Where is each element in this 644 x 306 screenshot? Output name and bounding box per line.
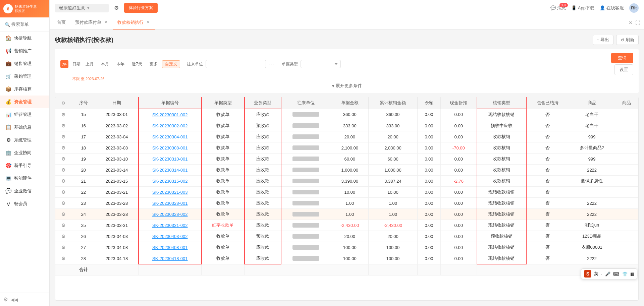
row-gear-icon[interactable]: ⚙ (61, 145, 66, 150)
row-gear-icon[interactable]: ⚙ (61, 200, 66, 206)
expand-more-row[interactable]: ▾ 展开更多条件 (60, 81, 633, 89)
cell-cancel_type: 预收中应收 (477, 120, 526, 131)
more-options-icon[interactable]: ··· (269, 61, 275, 67)
cell-doc_type: 收款单 (202, 198, 245, 209)
sidebar-item-资金管理[interactable]: 💰资金管理 (0, 96, 49, 108)
collapse-icon[interactable]: ◀◀ (11, 297, 18, 302)
gear-icon[interactable]: ⚙ (61, 101, 65, 106)
doc-no-link[interactable]: SK-20230310-001 (152, 157, 188, 162)
sidebar-item-畅会员[interactable]: V畅会员 (0, 197, 49, 210)
row-gear-icon[interactable]: ⚙ (61, 211, 66, 217)
cell-doc_no: SK-20230301-002 (139, 109, 202, 120)
footer-cell-date (95, 264, 138, 275)
date-btn-more[interactable]: 更多 (147, 60, 161, 68)
sidebar-search[interactable]: 🔍 搜索菜单 (0, 17, 49, 32)
doc-no-link[interactable]: SK-20230301-002 (152, 112, 188, 117)
doc-no-link[interactable]: SK-20230321-003 (152, 190, 188, 195)
doc-no-link[interactable]: SK-20230418-001 (152, 256, 188, 261)
date-btn-this-month[interactable]: 本月 (98, 60, 112, 68)
cell-date: 2023-04-03 (95, 231, 138, 242)
date-btn-7days[interactable]: 近7天 (129, 60, 145, 68)
ime-apps-icon[interactable]: ▦ (630, 271, 634, 277)
cell-cancel_type: 现结收款核销 (477, 209, 526, 220)
topbar-breadcrumb[interactable]: 畅康道好生意 ▾ (55, 4, 109, 12)
sidebar-item-经营管理[interactable]: 📊经营管理 (0, 108, 49, 121)
tab-close-all-icon[interactable]: ✕ (629, 20, 633, 25)
sidebar-item-基础信息[interactable]: 📋基础信息 (0, 121, 49, 134)
sidebar-item-企业协同[interactable]: 🏢企业协同 (0, 146, 49, 159)
doc-no-link[interactable]: SK-20230304-001 (152, 134, 188, 139)
row-gear-icon[interactable]: ⚙ (61, 223, 66, 228)
tab-close-icon[interactable]: ✕ (146, 20, 150, 25)
doc-no-link[interactable]: SK-20230331-002 (152, 223, 188, 228)
sidebar-item-采购管理[interactable]: 🛒采购管理 (0, 70, 49, 83)
doc-no-link[interactable]: SK-20230308-001 (152, 145, 188, 150)
sidebar-item-销售管理[interactable]: 💼销售管理 (0, 57, 49, 70)
row-gear-icon[interactable]: ⚙ (61, 156, 66, 162)
query-button[interactable]: 查询 (611, 53, 633, 63)
filter-expand-button[interactable]: ≫ (60, 60, 68, 68)
cell-include_settled: 否 (526, 131, 569, 142)
table-row: ⚙172023-03-04SK-20230304-001收款单应收款██████… (55, 131, 638, 142)
cell-cash_discount: 0.00 (440, 209, 477, 220)
row-gear-icon[interactable]: ⚙ (61, 134, 66, 139)
counterpart-input[interactable] (206, 60, 266, 68)
sidebar-item-新手引导[interactable]: 🎯新手引导 (0, 159, 49, 172)
ime-dot-icon: · (601, 271, 602, 277)
settings-icon[interactable]: ⚙ (3, 296, 8, 303)
topbar-gear-icon[interactable]: ⚙ (113, 3, 120, 12)
export-button[interactable]: ↑ 导出 (593, 35, 614, 45)
sidebar-item-库存核算[interactable]: 📦库存核算 (0, 83, 49, 96)
date-btn-custom[interactable]: 自定义 (162, 60, 180, 68)
table-foot: 合计 (55, 264, 638, 275)
tab-0[interactable]: 首页 (52, 16, 70, 29)
row-gear-icon[interactable]: ⚙ (61, 123, 66, 128)
ime-mic-icon[interactable]: 🎤 (605, 271, 610, 277)
date-btn-this-year[interactable]: 本年 (113, 60, 127, 68)
sidebar-item-营销推广[interactable]: 📢营销推广 (0, 45, 49, 57)
ime-skin-icon[interactable]: 👕 (622, 271, 628, 277)
settings-button[interactable]: 设置 (614, 64, 633, 75)
refresh-button[interactable]: ↺ 刷新 (616, 35, 639, 45)
cell-include_settled: 否 (526, 187, 569, 198)
doc-no-link[interactable]: SK-20230328-001 (152, 201, 188, 206)
sidebar-item-企业微信[interactable]: 💬企业微信 (0, 185, 49, 197)
doc-no-link[interactable]: SK-20230302-002 (152, 123, 188, 128)
doc-no-link[interactable]: SK-20230314-001 (152, 168, 188, 173)
row-gear-icon[interactable]: ⚙ (61, 178, 66, 184)
doc-type-select[interactable] (301, 60, 341, 68)
tab-1[interactable]: 预付款应付单✕ (70, 16, 113, 29)
row-gear-icon[interactable]: ⚙ (61, 167, 66, 173)
sidebar-item-智能硬件[interactable]: 💻智能硬件 (0, 172, 49, 185)
topbar-app-download[interactable]: 📱 App下载 (571, 5, 594, 11)
date-btn-last-month[interactable]: 上月 (83, 60, 97, 68)
cell-include_settled: 否 (526, 109, 569, 120)
ime-keyboard-icon[interactable]: ⌨ (613, 271, 620, 277)
cell-biz_type: 应收款 (245, 165, 281, 176)
user-avatar[interactable]: Rit (629, 3, 639, 13)
row-gear-icon[interactable]: ⚙ (61, 189, 66, 195)
sidebar-item-系统管理[interactable]: ⚙系统管理 (0, 134, 49, 146)
cell-goods2 (615, 131, 638, 142)
doc-no-link[interactable]: SK-20230315-002 (152, 179, 188, 184)
topbar-online-service[interactable]: 👤 在线客服 (600, 5, 624, 11)
topbar-right: 💬 消息 99+ 📱 App下载 👤 在线客服 Rit (550, 3, 639, 13)
ime-lang-label[interactable]: 英 (594, 271, 598, 277)
tab-2[interactable]: 收款核销执行✕ (113, 16, 155, 29)
row-gear-icon[interactable]: ⚙ (61, 234, 66, 239)
cell-counterpart: ████████ (281, 120, 331, 131)
tab-close-icon[interactable]: ✕ (103, 20, 108, 25)
sidebar-item-快捷导航[interactable]: 🏠快捷导航 (0, 32, 49, 45)
row-gear-icon[interactable]: ⚙ (61, 256, 66, 261)
row-gear-icon[interactable]: ⚙ (61, 245, 66, 250)
doc-no-link[interactable]: SK-20230403-002 (152, 234, 188, 239)
doc-no-link[interactable]: SK-20230328-002 (152, 212, 188, 217)
row-gear-icon[interactable]: ⚙ (61, 112, 66, 117)
tab-expand-icon[interactable]: ⛶ (635, 20, 640, 25)
cell-cancel_amount: 10.00 (369, 187, 418, 198)
doc-no-link[interactable]: SK-20230408-001 (152, 245, 188, 250)
topbar-message[interactable]: 💬 消息 99+ (550, 5, 566, 11)
solution-button[interactable]: 体验行业方案 (124, 3, 158, 13)
cell-cancel_type: 收款核销 (477, 176, 526, 187)
cell-cancel_amount: -2,430.00 (369, 220, 418, 231)
